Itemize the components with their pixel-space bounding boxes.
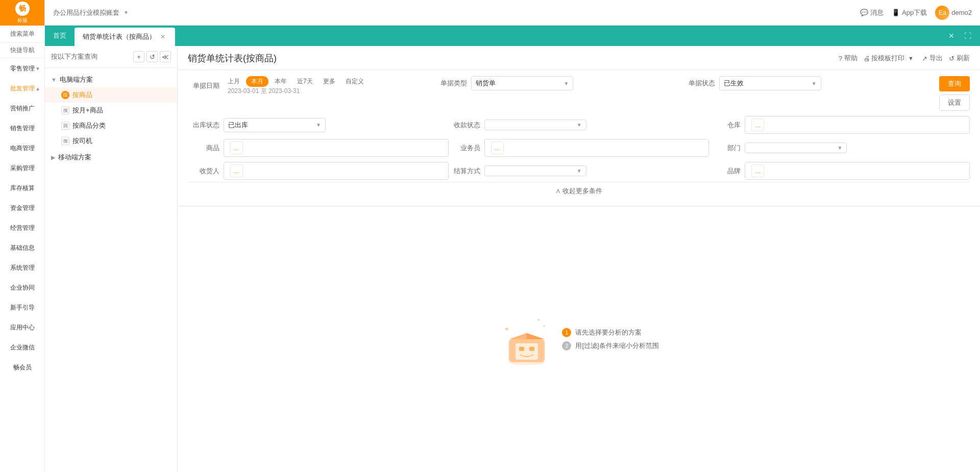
print-btn[interactable]: 🖨 按模板打印 ▼ [864, 54, 916, 63]
salesman-input[interactable]: ... [484, 139, 709, 157]
print-dropdown-icon[interactable]: ▼ [905, 55, 916, 61]
sidebar-item-ops[interactable]: 经营管理 [0, 218, 44, 238]
settings-btn[interactable]: 设置 [939, 95, 970, 111]
tab-sales-stats[interactable]: 销货单统计表（按商品） ✕ [75, 28, 175, 46]
date-tab-this-month[interactable]: 本月 [246, 76, 268, 87]
user-avatar[interactable]: Ea demo2 [935, 6, 972, 20]
top-header: 办公用品行业模拟账套 ▼ 💬 消息 📱 App下载 Ea demo2 [45, 0, 980, 26]
out-status-label: 出库状态 [188, 121, 224, 130]
dept-select[interactable]: ▼ [745, 143, 847, 153]
date-tab-custom[interactable]: 自定义 [341, 76, 368, 87]
tree-container: ▼ 电脑端方案 按 按商品 按 按月+商品 回 按商品分类 [45, 68, 177, 472]
tree-child-by-month-product[interactable]: 按 按月+商品 [45, 103, 177, 118]
sidebar-item-basic[interactable]: 基础信息 [0, 238, 44, 257]
export-btn[interactable]: ↗ 导出 [922, 54, 943, 63]
sidebar-logo[interactable]: 畅 标服 [0, 0, 44, 26]
sidebar-item-guide[interactable]: 新手引导 [0, 297, 44, 317]
tab-home[interactable]: 首页 [45, 26, 75, 46]
panel-refresh-btn[interactable]: ↺ [146, 51, 158, 62]
sidebar-item-inventory[interactable]: 库存核算 [0, 178, 44, 198]
company-name: 办公用品行业模拟账套 [53, 8, 119, 17]
tree-parent-mobile[interactable]: ▶ 移动端方案 [45, 150, 177, 165]
help-btn[interactable]: ? 帮助 [839, 54, 857, 63]
header-left: 办公用品行业模拟账套 ▼ [53, 8, 129, 17]
sidebar-item-collab[interactable]: 企业协同 [0, 277, 44, 297]
page-actions: ? 帮助 🖨 按模板打印 ▼ ↗ 导出 ↺ 刷新 [839, 54, 970, 63]
doc-status-select[interactable]: 已生效 ▼ [719, 76, 821, 90]
settlement-select[interactable]: ▼ [484, 166, 586, 176]
warehouse-input[interactable]: ... [745, 116, 970, 134]
dept-arrow-icon: ▼ [837, 145, 842, 151]
payment-select[interactable]: ▼ [484, 120, 586, 130]
tree-group-mobile: ▶ 移动端方案 [45, 150, 177, 165]
warehouse-dots-btn[interactable]: ... [751, 119, 764, 131]
sidebar-item-member[interactable]: 畅会员 [0, 357, 44, 377]
download-icon: 📱 [892, 9, 900, 16]
sidebar-item-retail[interactable]: 零售管理 ▼ [0, 58, 44, 78]
doc-type-label: 单据类型 [435, 79, 471, 88]
tree-child-by-machine[interactable]: 按 按司机 [45, 133, 177, 149]
svg-text:✦: ✦ [504, 325, 510, 333]
retail-arrow-icon: ▼ [35, 65, 40, 71]
sidebar-item-appcenter[interactable]: 应用中心 [0, 317, 44, 337]
date-tab-7days[interactable]: 近7天 [293, 76, 317, 87]
dept-label: 部门 [709, 144, 745, 153]
brand-label: 品牌 [709, 167, 745, 176]
doc-status-arrow-icon: ▼ [812, 81, 817, 86]
product-dots-btn[interactable]: ... [230, 141, 243, 154]
empty-state: ✦ ✦ ✦ 1 请先选择要分析的方案 2 用[过滤]条件来缩小分析范围 [178, 206, 980, 472]
product-input[interactable]: ... [224, 139, 449, 157]
empty-svg: ✦ ✦ ✦ [499, 314, 555, 370]
tab-expand[interactable]: ⛶ [962, 30, 974, 42]
panel-add-btn[interactable]: + [133, 51, 144, 62]
out-status-select[interactable]: 已出库 ▼ [224, 118, 326, 132]
sidebar-item-wechat[interactable]: 企业微信 [0, 337, 44, 357]
brand-dots-btn[interactable]: ... [751, 164, 764, 177]
panel-collapse-btn[interactable]: ≪ [160, 51, 171, 62]
sidebar-item-purchase[interactable]: 采购管理 [0, 158, 44, 178]
collapse-row[interactable]: ∧ 收起更多条件 [188, 182, 970, 200]
refresh-btn[interactable]: ↺ 刷新 [949, 54, 970, 63]
search-btn[interactable]: 查询 [939, 76, 970, 91]
avatar-image: Ea [935, 6, 949, 20]
mobile-expand-icon: ▶ [51, 154, 55, 161]
date-tabs: 上月 本月 本年 近7天 更多 自定义 [224, 76, 368, 87]
tree-child-by-category[interactable]: 回 按商品分类 [45, 118, 177, 133]
sidebar-search[interactable]: 搜索菜单 [0, 26, 44, 43]
sidebar-item-ecommerce[interactable]: 电商管理 [0, 138, 44, 158]
svg-text:✦: ✦ [537, 318, 541, 322]
warehouse-label: 仓库 [709, 121, 745, 130]
sidebar-quicknav[interactable]: 快捷导航 [0, 43, 44, 58]
empty-tip-1: 1 请先选择要分析的方案 [562, 328, 658, 337]
svg-rect-4 [519, 347, 524, 351]
empty-content: ✦ ✦ ✦ 1 请先选择要分析的方案 2 用[过滤]条件来缩小分析范围 [499, 314, 658, 365]
date-tab-this-year[interactable]: 本年 [271, 76, 291, 87]
tab-close-icon[interactable]: ✕ [159, 33, 167, 41]
doc-type-select[interactable]: 销货单 ▼ [471, 76, 573, 90]
company-dropdown-icon[interactable]: ▼ [124, 10, 129, 15]
sidebar-item-system[interactable]: 系统管理 [0, 257, 44, 277]
product-label: 商品 [188, 144, 224, 153]
tab-close-all[interactable]: ✕ [945, 30, 958, 42]
filter-area: 单据日期 上月 本月 本年 近7天 更多 自定义 2023-03-01 至 20… [178, 70, 980, 206]
messages-action[interactable]: 💬 消息 [860, 8, 884, 17]
salesman-label: 业务员 [449, 144, 484, 153]
print-icon: 🖨 [864, 55, 870, 62]
brand-input[interactable]: ... [745, 162, 970, 180]
app-download-action[interactable]: 📱 App下载 [892, 8, 927, 17]
sidebar-item-sales[interactable]: 销售管理 [0, 118, 44, 138]
tree-child-by-product[interactable]: 按 按商品 [45, 87, 177, 103]
receiver-label: 收货人 [188, 167, 224, 176]
sidebar-item-finance[interactable]: 资金管理 [0, 198, 44, 218]
receiver-dots-btn[interactable]: ... [230, 164, 243, 177]
salesman-dots-btn[interactable]: ... [491, 141, 504, 154]
date-tab-last-month[interactable]: 上月 [224, 76, 244, 87]
logo-icon: 畅 [15, 2, 30, 16]
tree-parent-desktop[interactable]: ▼ 电脑端方案 [45, 72, 177, 87]
sidebar-item-marketing[interactable]: 营销推广 [0, 98, 44, 118]
doc-status-label: 单据状态 [683, 79, 719, 88]
date-tab-more[interactable]: 更多 [319, 76, 339, 87]
receiver-input[interactable]: ... [224, 162, 449, 180]
help-icon: ? [839, 55, 842, 62]
sidebar-item-wholesale[interactable]: 批发管理 ▲ [0, 78, 44, 98]
